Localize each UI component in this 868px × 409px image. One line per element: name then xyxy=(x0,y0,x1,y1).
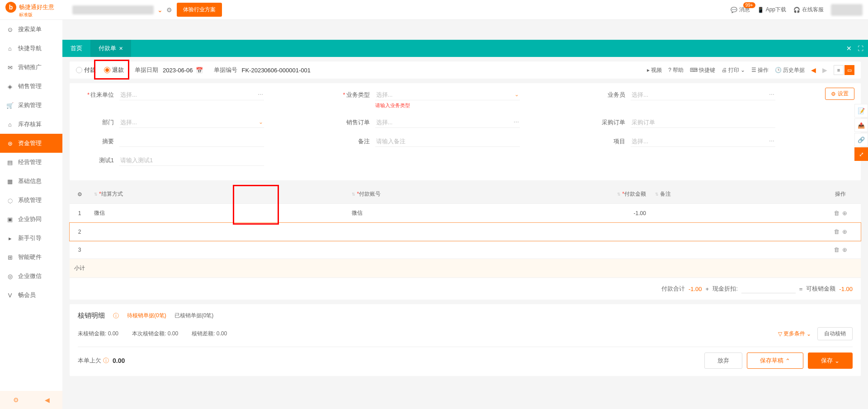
dept-input[interactable] xyxy=(119,117,264,128)
dots-icon[interactable]: ⋯ xyxy=(514,119,519,125)
float-link-icon[interactable]: 🔗 xyxy=(854,133,868,146)
float-note-icon[interactable]: 📝 xyxy=(854,104,868,118)
view-list-button[interactable]: ≡ xyxy=(834,65,844,75)
next-bill-arrow[interactable]: ▶ xyxy=(822,66,827,74)
sidebar-item-企业协同[interactable]: ▣企业协同 xyxy=(0,210,62,229)
close-all-tabs-icon[interactable]: ✕ xyxy=(846,45,852,52)
table-row[interactable]: 1微信微信-1.00🗑⊕ xyxy=(70,204,861,223)
purchase-order-input[interactable] xyxy=(631,117,775,128)
col-method[interactable]: ⇅*结算方式 xyxy=(90,185,347,204)
remark-input[interactable] xyxy=(375,136,520,147)
sidebar-item-营销推广[interactable]: ✉营销推广 xyxy=(0,58,62,77)
company-name-blurred xyxy=(72,5,154,14)
fullscreen-icon[interactable]: ⛶ xyxy=(858,45,863,52)
menu-icon: ☰ xyxy=(751,67,756,73)
sidebar-item-销售管理[interactable]: ◈销售管理 xyxy=(0,77,62,96)
info-icon[interactable]: ⓘ xyxy=(103,357,109,365)
settings-button[interactable]: ⚙设置 xyxy=(825,88,854,100)
logo-text: 畅捷通好生意 xyxy=(19,3,54,11)
biz-type-input[interactable] xyxy=(375,89,520,100)
sidebar-item-快捷导航[interactable]: ⌂快捷导航 xyxy=(0,39,62,58)
summary-input[interactable] xyxy=(119,136,264,147)
tab-done[interactable]: 已核销单据(0笔) xyxy=(175,312,214,320)
col-amount[interactable]: ⇅*付款金额 xyxy=(605,185,651,204)
auto-writeoff-button[interactable]: 自动核销 xyxy=(817,327,853,340)
sidebar-item-库存核算[interactable]: ⌂库存核算 xyxy=(0,115,62,134)
content: 付款 退款 单据日期 2023-06-06 📅 单据编号 FK-20230606… xyxy=(62,57,868,381)
project-input[interactable] xyxy=(631,136,775,147)
bill-no-value: FK-20230606-000001-001 xyxy=(242,67,311,74)
sidebar-item-资金管理[interactable]: ⊛资金管理 xyxy=(0,134,62,153)
info-icon[interactable]: ⓘ xyxy=(113,312,119,320)
cash-discount-input[interactable] xyxy=(741,284,796,293)
add-icon[interactable]: ⊕ xyxy=(842,228,847,235)
history-link[interactable]: 🕒历史单据 xyxy=(775,66,805,74)
add-icon[interactable]: ⊕ xyxy=(842,246,847,253)
trial-button[interactable]: 体验行业方案 xyxy=(177,3,222,17)
gear-icon[interactable]: ⚙ xyxy=(166,6,172,14)
sale-order-input[interactable] xyxy=(375,117,520,128)
dots-icon[interactable]: ⋯ xyxy=(769,91,774,98)
online-service-link[interactable]: 🎧 在线客服 xyxy=(793,6,824,14)
video-link[interactable]: ▸视频 xyxy=(647,66,662,74)
table-row[interactable]: 2🗑⊕ xyxy=(70,223,861,241)
menu-icon: ◌ xyxy=(6,197,14,204)
prev-bill-arrow[interactable]: ◀ xyxy=(811,66,816,74)
sidebar-item-采购管理[interactable]: 🛒采购管理 xyxy=(0,96,62,115)
tab-首页[interactable]: 首页 xyxy=(62,40,90,57)
float-export-icon[interactable]: 📤 xyxy=(854,118,868,132)
project-field: 项目 ⋯ xyxy=(589,136,845,147)
table-row[interactable]: 3🗑⊕ xyxy=(70,241,861,259)
chevron-down-icon[interactable]: ⌄ xyxy=(259,119,263,125)
save-button[interactable]: 保存⌄ xyxy=(808,353,853,369)
sidebar-item-智能硬件[interactable]: ⊞智能硬件 xyxy=(0,248,62,267)
chevron-down-icon[interactable]: ⌄ xyxy=(514,91,519,98)
tab-pending[interactable]: 待核销单据(0笔) xyxy=(127,312,166,320)
delete-icon[interactable]: 🗑 xyxy=(834,246,840,253)
save-draft-button[interactable]: 保存草稿⌃ xyxy=(747,353,803,369)
delete-icon[interactable]: 🗑 xyxy=(834,210,840,216)
sidebar-item-企业微信[interactable]: ◎企业微信 xyxy=(0,267,62,286)
bill-date-value[interactable]: 2023-06-06 xyxy=(163,67,193,74)
discard-button[interactable]: 放弃 xyxy=(704,353,742,369)
sidebar-item-新手引导[interactable]: ▸新手引导 xyxy=(0,229,62,248)
sidebar-item-搜索菜单[interactable]: ⊙搜索菜单 xyxy=(0,20,62,39)
phone-icon: 📱 xyxy=(757,7,764,13)
company-selector[interactable]: ⌄ ⚙ xyxy=(72,5,172,14)
close-icon[interactable]: ✕ xyxy=(119,46,123,52)
add-icon[interactable]: ⊕ xyxy=(842,210,847,216)
calendar-icon[interactable]: 📅 xyxy=(196,67,203,74)
menu-icon: ▤ xyxy=(6,159,14,166)
radio-icon-checked xyxy=(104,67,110,73)
sidebar-item-畅会员[interactable]: V畅会员 xyxy=(0,286,62,305)
ops-link[interactable]: ☰操作 xyxy=(751,66,769,74)
delete-icon[interactable]: 🗑 xyxy=(834,228,840,235)
sidebar-item-系统管理[interactable]: ◌系统管理 xyxy=(0,191,62,210)
app-download-link[interactable]: 📱 App下载 xyxy=(757,6,786,14)
messages-link[interactable]: 💬 消息 99+ xyxy=(731,6,750,14)
shortcut-link[interactable]: ⌨快捷键 xyxy=(690,66,715,74)
more-conditions-link[interactable]: ▽更多条件⌄ xyxy=(778,330,811,338)
radio-refund[interactable]: 退款 xyxy=(104,66,124,74)
header-right: 💬 消息 99+ 📱 App下载 🎧 在线客服 xyxy=(731,4,863,16)
partner-input[interactable] xyxy=(119,89,264,100)
sidebar-item-经营管理[interactable]: ▤经营管理 xyxy=(0,153,62,172)
tab-付款单[interactable]: 付款单✕ xyxy=(90,40,131,57)
sidebar-item-label: 快捷导航 xyxy=(18,44,42,52)
print-link[interactable]: 🖨打印⌄ xyxy=(722,66,745,74)
view-detail-button[interactable]: ▭ xyxy=(844,65,854,75)
col-gear[interactable]: ⚙ xyxy=(70,185,90,204)
user-avatar-blurred[interactable] xyxy=(831,4,863,16)
dots-icon[interactable]: ⋯ xyxy=(258,91,263,98)
dots-icon[interactable]: ⋯ xyxy=(769,138,774,144)
sidebar-item-基础信息[interactable]: ▦基础信息 xyxy=(0,172,62,191)
radio-payment[interactable]: 付款 xyxy=(76,66,96,74)
test1-input[interactable] xyxy=(119,155,264,166)
clerk-input[interactable] xyxy=(631,89,775,100)
writeoff-diff: 核销差额: 0.00 xyxy=(192,330,227,338)
col-account[interactable]: ⇅*付款账号 xyxy=(347,185,605,204)
sidebar-item-label: 系统管理 xyxy=(18,196,42,204)
float-expand-icon[interactable]: ⤢ xyxy=(854,147,868,161)
col-remark[interactable]: ⇅备注 xyxy=(651,185,820,204)
help-link[interactable]: ?帮助 xyxy=(668,66,684,74)
